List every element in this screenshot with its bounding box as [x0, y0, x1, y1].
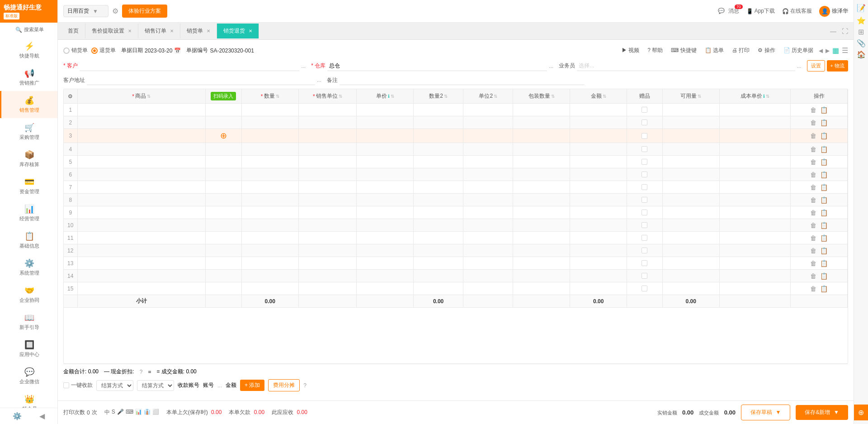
right-panel-note-icon[interactable]: 📝 — [857, 4, 865, 14]
customer-select-icon[interactable]: ... — [301, 63, 306, 69]
cell-price-11[interactable] — [357, 232, 414, 244]
cell-qty-12[interactable] — [241, 244, 298, 257]
gift-checkbox-3[interactable] — [642, 133, 647, 139]
delete-row-8[interactable]: 🗑 — [810, 196, 816, 204]
experience-button[interactable]: 体验行业方案 — [122, 5, 167, 18]
scan-button[interactable]: 扫码录入 — [211, 92, 236, 100]
cell-pkg-6[interactable] — [513, 168, 570, 181]
delete-row-3[interactable]: 🗑 — [810, 132, 816, 139]
bottom-icon-7[interactable]: ⬜ — [152, 409, 159, 416]
right-panel-bottom[interactable]: ⊕ — [854, 405, 868, 420]
cell-product-3[interactable] — [77, 129, 205, 143]
copy-row-11[interactable]: 📋 — [820, 234, 828, 242]
cash-discount-info-icon[interactable]: ? — [140, 369, 143, 375]
product-input-active[interactable] — [80, 133, 203, 139]
cell-amount-13[interactable] — [570, 257, 627, 270]
price-sort-icon[interactable]: ⇅ — [391, 94, 394, 99]
delete-row-9[interactable]: 🗑 — [810, 209, 816, 216]
cell-product-4[interactable] — [77, 143, 205, 156]
cell-cost-6[interactable] — [719, 168, 790, 181]
message-button[interactable]: 💬 70 消息 — [718, 7, 739, 15]
copy-row-15[interactable]: 📋 — [820, 285, 828, 292]
salesperson-select-icon[interactable]: ... — [797, 63, 802, 69]
cell-unit2-10[interactable] — [463, 219, 513, 232]
cell-qty2-8[interactable] — [414, 194, 463, 206]
cell-price-13[interactable] — [357, 257, 414, 270]
app-download-button[interactable]: 📱 App下载 — [746, 7, 775, 15]
logistics-button[interactable]: + 物流 — [827, 60, 848, 71]
cell-avail-4[interactable] — [662, 143, 719, 156]
cell-amount-14[interactable] — [570, 270, 627, 282]
cell-amount-10[interactable] — [570, 219, 627, 232]
cell-product-12[interactable] — [77, 244, 205, 257]
cell-amount-2[interactable] — [570, 116, 627, 129]
cell-qty2-13[interactable] — [414, 257, 463, 270]
right-panel-clip-icon[interactable]: 📎 — [857, 39, 866, 48]
right-panel-home-icon[interactable]: 🏠 — [857, 50, 866, 59]
date-value[interactable]: 2023-03-20 — [145, 48, 172, 54]
cell-unit-2[interactable] — [298, 116, 357, 129]
cell-avail-14[interactable] — [662, 270, 719, 282]
pkg-sort-icon[interactable]: ⇅ — [551, 94, 555, 99]
tab-minimize-icon[interactable]: — — [828, 27, 838, 36]
cell-unit-6[interactable] — [298, 168, 357, 181]
cell-qty-13[interactable] — [241, 257, 298, 270]
cell-avail-9[interactable] — [662, 206, 719, 219]
cell-avail-13[interactable] — [662, 257, 719, 270]
th-gear-icon[interactable]: ⚙ — [68, 93, 73, 100]
tab-price-setting-close[interactable]: ✕ — [128, 29, 132, 33]
cell-price-10[interactable] — [357, 219, 414, 232]
delete-row-14[interactable]: 🗑 — [810, 272, 816, 280]
cell-avail-3[interactable] — [662, 129, 719, 143]
copy-row-5[interactable]: 📋 — [820, 158, 828, 166]
tab-maximize-icon[interactable]: ⛶ — [840, 27, 850, 36]
cell-price-14[interactable] — [357, 270, 414, 282]
cell-product-13[interactable] — [77, 257, 205, 270]
cell-avail-6[interactable] — [662, 168, 719, 181]
cell-unit2-2[interactable] — [463, 116, 513, 129]
cell-price-1[interactable] — [357, 104, 414, 116]
delete-row-10[interactable]: 🗑 — [810, 222, 816, 229]
delete-row-6[interactable]: 🗑 — [810, 171, 816, 178]
cell-qty-15[interactable] — [241, 282, 298, 295]
bottom-icon-6[interactable]: 👔 — [144, 409, 151, 416]
cell-amount-7[interactable] — [570, 181, 627, 194]
save-draft-button[interactable]: 保存草稿 ▼ — [741, 405, 791, 420]
sidebar-item-guide[interactable]: 📖 新手引导 — [0, 308, 57, 335]
cell-unit2-3[interactable] — [463, 129, 513, 143]
cell-cost-3[interactable] — [719, 129, 790, 143]
plus-icon[interactable]: ⊕ — [220, 131, 227, 140]
customer-input[interactable] — [80, 61, 299, 71]
gift-checkbox-14[interactable] — [642, 273, 647, 279]
sidebar-item-marketing[interactable]: 📢 营销推广 — [0, 64, 57, 91]
cell-pkg-8[interactable] — [513, 194, 570, 206]
cell-qty2-11[interactable] — [414, 232, 463, 244]
cell-qty2-9[interactable] — [414, 206, 463, 219]
tab-sales-delivery[interactable]: 销货单 ✕ — [180, 24, 217, 38]
cell-product-14[interactable] — [77, 270, 205, 282]
copy-row-4[interactable]: 📋 — [820, 146, 828, 153]
settlement-select[interactable]: 结算方式 — [96, 380, 133, 391]
cell-avail-11[interactable] — [662, 232, 719, 244]
cell-qty-7[interactable] — [241, 181, 298, 194]
cell-cost-11[interactable] — [719, 232, 790, 244]
cell-product-2[interactable] — [77, 116, 205, 129]
delete-row-4[interactable]: 🗑 — [810, 146, 816, 153]
split-cost-button[interactable]: 费用分摊 — [268, 379, 300, 391]
cell-pkg-5[interactable] — [513, 156, 570, 168]
sidebar-item-enterprise[interactable]: 🤝 企业协同 — [0, 281, 57, 308]
sidebar-item-shortcut[interactable]: ⚡ 快捷导航 — [0, 37, 57, 64]
calculation-select[interactable]: 结算方式 — [137, 380, 174, 391]
sidebar-item-inventory[interactable]: 📦 库存核算 — [0, 145, 57, 172]
cell-unit2-13[interactable] — [463, 257, 513, 270]
history-btn[interactable]: 📄 历史单据 — [781, 45, 816, 56]
cell-cost-12[interactable] — [719, 244, 790, 257]
cell-cost-4[interactable] — [719, 143, 790, 156]
cell-price-7[interactable] — [357, 181, 414, 194]
sidebar-item-purchase[interactable]: 🛒 采购管理 — [0, 118, 57, 145]
gift-checkbox-6[interactable] — [642, 172, 647, 177]
cell-pkg-15[interactable] — [513, 282, 570, 295]
grid-view-icon[interactable]: ▦ — [832, 46, 839, 55]
topbar-company-select[interactable]: 日用百货 ▼ — [63, 5, 108, 17]
tab-home[interactable]: 首页 — [61, 24, 85, 38]
